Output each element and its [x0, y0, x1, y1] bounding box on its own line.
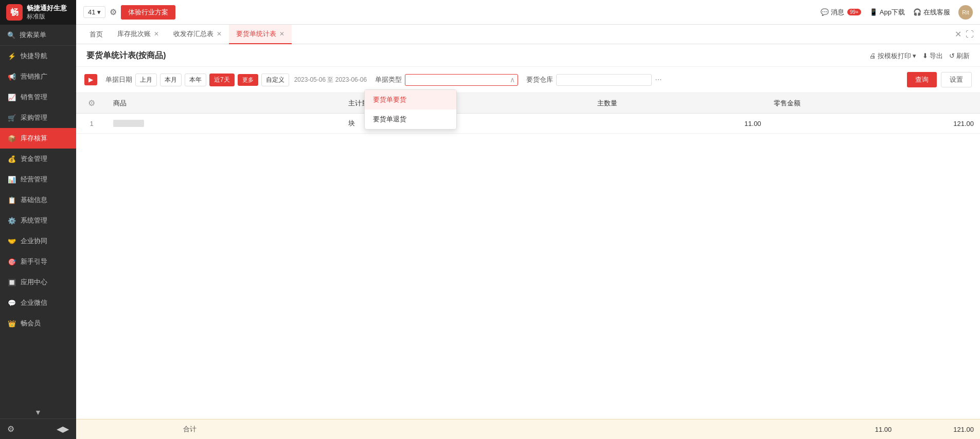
headset-icon: 🎧: [913, 8, 921, 16]
settings-icon[interactable]: ⚙: [7, 424, 14, 434]
messages-badge: 99+: [847, 9, 861, 15]
topbar-right: 💬 消息 99+ 📱 App下载 🎧 在线客服 Rit: [821, 5, 973, 20]
export-icon: ⬇: [922, 52, 928, 60]
sidebar-item-sales[interactable]: 📈 销售管理: [0, 87, 76, 107]
filter-bar: ▶ 单据日期 上月 本月 本年 近7天 更多 自定义 2023-05-06 至 …: [76, 67, 980, 93]
guide-icon: 🎯: [7, 257, 16, 266]
user-avatar[interactable]: Rit: [958, 5, 973, 20]
date-filter-group: 单据日期 上月 本月 本年 近7天 更多 自定义 2023-05-06 至 20…: [105, 74, 367, 86]
tab-batch[interactable]: 库存批次账 ✕: [110, 25, 166, 44]
chevron-down-icon: ▾: [97, 8, 101, 16]
table-footer: 合计 11.00 121.00: [76, 419, 980, 439]
logo-text: 畅捷通好生意 标准版: [27, 4, 67, 21]
type-filter-clear[interactable]: ∧: [510, 76, 515, 84]
page-title: 要货单统计表(按商品): [86, 50, 166, 66]
sidebar-bottom: ⚙ ◀▶: [0, 418, 76, 439]
content-header-actions: 🖨 按模板打印 ▾ ⬇ 导出 ↺ 刷新: [869, 51, 970, 66]
type-dropdown: 要货单要货 要货单退货: [364, 89, 457, 130]
tab-summary[interactable]: 收发存汇总表 ✕: [166, 25, 229, 44]
date-btn-custom[interactable]: 自定义: [261, 74, 289, 86]
sidebar-item-wechat[interactable]: 💬 企业微信: [0, 292, 76, 313]
footer-total-label: 合计: [183, 425, 197, 434]
warehouse-filter-group: 要货仓库 ···: [526, 74, 662, 86]
warehouse-filter-label: 要货仓库: [526, 75, 553, 84]
tabbar-right-icons: ✕ ⛶: [955, 29, 974, 39]
sidebar-item-inventory[interactable]: 📦 库存核算: [0, 128, 76, 149]
close-all-tabs-icon[interactable]: ✕: [955, 29, 961, 39]
logo-icon: 畅: [6, 4, 23, 21]
table-container: ⚙ 商品 主计量单位 主数量 零售金额 1 块 11: [76, 93, 980, 419]
sidebar-item-quick-nav[interactable]: ⚡ 快捷导航: [0, 46, 76, 66]
settings-btn[interactable]: 设置: [941, 72, 972, 87]
data-table: ⚙ 商品 主计量单位 主数量 零售金额 1 块 11: [76, 93, 980, 134]
type-filter-label: 单据类型: [375, 75, 402, 84]
sidebar-item-operation[interactable]: 📊 经营管理: [0, 169, 76, 190]
filter-expand-btn[interactable]: ▶: [84, 74, 97, 85]
wechat-icon: 💬: [7, 298, 16, 307]
type-filter-input[interactable]: [405, 74, 518, 86]
sidebar-scroll-down[interactable]: ▼: [34, 408, 42, 416]
app-download-btn[interactable]: 📱 App下载: [869, 8, 905, 17]
messages-btn[interactable]: 💬 消息 99+: [821, 8, 861, 17]
basic-icon: 📋: [7, 195, 16, 205]
tabbar: 首页 库存批次账 ✕ 收发存汇总表 ✕ 要货单统计表 ✕ ✕ ⛶: [76, 25, 980, 44]
type-filter-group: 单据类型 ∧: [375, 74, 518, 86]
sidebar-nav: ⚡ 快捷导航 📢 营销推广 📈 销售管理 🛒 采购管理 📦 库存核算 💰 资金管…: [0, 46, 76, 406]
date-btn-this-month[interactable]: 本月: [160, 74, 182, 86]
purchase-icon: 🛒: [7, 113, 16, 122]
tab-batch-close[interactable]: ✕: [154, 30, 159, 38]
sidebar-item-vip[interactable]: 👑 畅会员: [0, 313, 76, 334]
message-icon: 💬: [821, 8, 829, 16]
row-index: 1: [76, 114, 107, 134]
marketing-icon: 📢: [7, 72, 16, 81]
search-icon: 🔍: [7, 31, 15, 39]
warehouse-more-icon[interactable]: ···: [655, 75, 662, 84]
date-btn-more[interactable]: 更多: [238, 74, 258, 86]
quick-nav-icon: ⚡: [7, 51, 16, 61]
tab-order-stat-close[interactable]: ✕: [279, 30, 284, 38]
content: 要货单统计表(按商品) 🖨 按模板打印 ▾ ⬇ 导出 ↺ 刷新 ▶: [76, 44, 980, 439]
collapse-icon[interactable]: ◀▶: [57, 424, 69, 434]
system-icon: ⚙️: [7, 216, 16, 225]
sidebar-item-purchase[interactable]: 🛒 采购管理: [0, 107, 76, 128]
sidebar: 畅 畅捷通好生意 标准版 🔍 搜索菜单 ⚡ 快捷导航 📢 营销推广 📈 销售管理…: [0, 0, 76, 439]
export-btn[interactable]: ⬇ 导出: [922, 51, 943, 61]
type-input-wrapper: ∧: [405, 74, 518, 86]
sidebar-item-marketing[interactable]: 📢 营销推广: [0, 66, 76, 87]
table-settings-icon[interactable]: ⚙: [76, 93, 107, 114]
sidebar-item-basic[interactable]: 📋 基础信息: [0, 190, 76, 210]
warehouse-filter-input[interactable]: [556, 74, 652, 86]
refresh-btn[interactable]: ↺ 刷新: [949, 51, 970, 61]
footer-total-qty: 11.00: [875, 426, 892, 433]
topbar-left: 41 ▾ ⚙ 体验行业方案: [83, 5, 815, 20]
main-area: 41 ▾ ⚙ 体验行业方案 💬 消息 99+ 📱 App下载 🎧 在线客服 Ri…: [76, 0, 980, 439]
company-selector[interactable]: 41 ▾: [83, 6, 105, 18]
phone-icon: 📱: [869, 8, 878, 16]
query-btn[interactable]: 查询: [907, 72, 937, 87]
sidebar-item-guide[interactable]: 🎯 新手引导: [0, 251, 76, 272]
date-range-display: 2023-05-06 至 2023-06-06: [294, 76, 367, 84]
dropdown-item-order-return[interactable]: 要货单退货: [365, 109, 456, 129]
sidebar-item-enterprise[interactable]: 🤝 企业协同: [0, 231, 76, 251]
topbar-gear-icon[interactable]: ⚙: [110, 7, 117, 17]
enterprise-icon: 🤝: [7, 236, 16, 246]
tab-home[interactable]: 首页: [82, 25, 110, 44]
sidebar-item-system[interactable]: ⚙️ 系统管理: [0, 210, 76, 231]
expand-tabs-icon[interactable]: ⛶: [966, 30, 974, 39]
operation-icon: 📊: [7, 175, 16, 184]
date-btn-this-year[interactable]: 本年: [185, 74, 206, 86]
date-btn-7days[interactable]: 近7天: [209, 74, 235, 86]
date-filter-label: 单据日期: [105, 75, 132, 84]
online-service-btn[interactable]: 🎧 在线客服: [913, 8, 950, 17]
trial-btn[interactable]: 体验行业方案: [121, 5, 175, 20]
dropdown-item-order-goods[interactable]: 要货单要货: [365, 90, 456, 109]
tab-order-stat[interactable]: 要货单统计表 ✕: [229, 25, 292, 44]
sidebar-search[interactable]: 🔍 搜索菜单: [0, 25, 76, 46]
vip-icon: 👑: [7, 319, 16, 328]
tab-summary-close[interactable]: ✕: [217, 30, 222, 38]
table-row: 1 块 11.00 121.00: [76, 114, 980, 134]
print-btn[interactable]: 🖨 按模板打印 ▾: [869, 51, 916, 61]
date-btn-last-month[interactable]: 上月: [135, 74, 157, 86]
sidebar-item-finance[interactable]: 💰 资金管理: [0, 149, 76, 169]
sidebar-item-appstore[interactable]: 🔲 应用中心: [0, 272, 76, 292]
